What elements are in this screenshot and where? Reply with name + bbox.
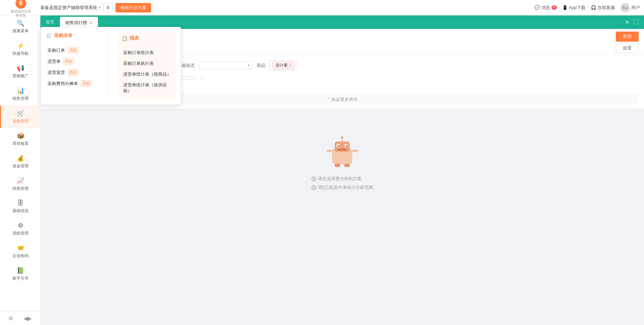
sidebar-label-purchase: 采购管理 <box>12 118 29 124</box>
empty-state: ① 请先选择要分析的方案 ② 用[过滤]条件来缩小分析范围 <box>40 109 644 219</box>
empty-state-text: ① 请先选择要分析的方案 ② 用[过滤]条件来缩小分析范围 <box>311 174 373 192</box>
hint-text-1: 请先选择要分析的方案 <box>318 174 362 183</box>
hint-text-2: 用[过滤]条件来缩小分析范围 <box>318 183 373 192</box>
report-inbound-supplier-label: 进货单统计表（按供应商） <box>123 82 172 94</box>
sidebar-collapse-icon[interactable]: ◀▶ <box>24 315 32 322</box>
industry-solution-button[interactable]: 体验行业方案 <box>115 3 151 12</box>
tab-close-icon[interactable]: ✕ <box>89 21 93 25</box>
user-label: 用户 <box>631 5 640 11</box>
report-section: 📋 报表 采购订单统计表 采购订单执行表 进货单统计表（按商品） 进货单统计表（… <box>119 33 176 99</box>
system-title-area: 装备及固定资产辅助管理系统 ▾ <box>40 5 101 11</box>
dropdown-purchase-expense[interactable]: 采购费用分摊单 历史 <box>46 78 97 89</box>
avatar-initials: Ea <box>623 5 628 10</box>
dropdown-divider <box>108 33 108 99</box>
sidebar-item-operations[interactable]: 📈 经营管理 <box>0 173 40 196</box>
online-service-label: 在线客服 <box>598 5 615 11</box>
purchase-expense-label: 采购费用分摊单 <box>47 81 78 87</box>
dropdown-report-inbound-goods[interactable]: 进货单统计表（按商品） <box>122 69 173 80</box>
svg-rect-11 <box>335 164 340 167</box>
goods-filter-label: 商品 <box>257 63 265 69</box>
sidebar-settings-icon[interactable]: ⚙ <box>8 315 13 322</box>
avatar: Ea <box>620 3 630 12</box>
sidebar-item-marketing[interactable]: 📢 营销推广 <box>0 60 40 83</box>
report-title-text: 报表 <box>130 35 139 41</box>
messages-label: 消息 <box>541 5 550 11</box>
report-inbound-goods-label: 进货单统计表（按商品） <box>123 71 171 77</box>
svg-point-4 <box>338 145 339 147</box>
brand-edition: 标准版 <box>11 13 31 17</box>
user-menu-button[interactable]: Ea 用户 <box>620 3 640 12</box>
purchase-section: 🛒 采购业务 采购订单 历史 进货单 历史 进货退货 历史 采购费用分摊单 <box>46 33 97 99</box>
query-button[interactable]: 查询 <box>616 32 639 42</box>
purchase-title-text: 采购业务 <box>54 33 73 39</box>
purchase-icon: 🛒 <box>17 110 24 117</box>
guide-icon: 📗 <box>17 267 24 274</box>
topbar: 6 畅捷通好生意 标准版 装备及固定资产辅助管理系统 ▾ ⚙ 体验行业方案 💬 … <box>0 0 644 15</box>
dropdown-purchase-inbound[interactable]: 进货单 历史 <box>46 56 97 67</box>
sidebar-item-inventory[interactable]: 📦 库存核算 <box>0 128 40 151</box>
purchase-return-label: 进货退货 <box>47 70 65 76</box>
cooperation-icon: 🤝 <box>17 244 24 252</box>
sidebar-item-guide[interactable]: 📗 新手引导 <box>0 263 40 285</box>
dropdown-purchase-order[interactable]: 采购订单 历史 <box>46 45 97 56</box>
messages-button[interactable]: 💬 消息 6 <box>535 5 557 11</box>
sales-icon: 📊 <box>17 87 24 94</box>
message-icon: 💬 <box>535 5 540 10</box>
hint-num-1: ① <box>311 176 317 181</box>
report-title-icon: 📋 <box>122 36 128 41</box>
svg-rect-12 <box>344 164 350 167</box>
report-order-exec-label: 采购订单执行表 <box>123 60 154 67</box>
sidebar-item-cooperation[interactable]: 🤝 企业协同 <box>0 240 40 263</box>
goods-tag-close-icon[interactable]: × <box>289 63 291 68</box>
purchase-order-history-badge: 历史 <box>68 47 78 53</box>
salesperson-more-dots[interactable]: ··· <box>200 76 204 81</box>
svg-point-8 <box>341 136 343 138</box>
dropdown-report-order-exec[interactable]: 采购订单执行表 <box>122 58 173 69</box>
goods-more-dots[interactable]: ··· <box>301 63 305 68</box>
brand-name: 畅捷通好生意 <box>11 9 31 13</box>
goods-tag-text: 设计素 <box>276 63 288 68</box>
logo-area: 6 畅捷通好生意 标准版 <box>4 0 38 17</box>
basic-info-icon: 🗄 <box>17 200 24 207</box>
purchase-section-title: 🛒 采购业务 <box>46 33 97 41</box>
purchase-expense-history-badge: 历史 <box>81 80 92 87</box>
sidebar-label-guide: 新手引导 <box>12 276 29 281</box>
sidebar-label-marketing: 营销推广 <box>12 73 29 79</box>
voucher-status-select[interactable]: ▾ <box>199 62 253 69</box>
sidebar-label-system: 系统管理 <box>12 231 29 236</box>
empty-robot-svg <box>325 135 359 169</box>
dropdown-purchase-return[interactable]: 进货退货 历史 <box>46 67 97 78</box>
sidebar-label-basic-info: 基础信息 <box>12 208 29 214</box>
logo-icon: 6 <box>15 0 26 9</box>
main-layout: 🔍 搜索菜单 ⚡ 快捷导航 📢 营销推广 📊 销售管理 🛒 采购管理 📦 库存核… <box>0 15 644 325</box>
inventory-icon: 📦 <box>17 132 24 139</box>
hint-num-2: ② <box>311 185 317 190</box>
search-icon: 🔍 <box>17 19 24 27</box>
svg-rect-6 <box>337 149 347 150</box>
sidebar-item-sales[interactable]: 📊 销售管理 <box>0 83 40 106</box>
system-icon: ⚙ <box>18 222 23 229</box>
sidebar-item-search[interactable]: 🔍 搜索菜单 <box>0 15 40 38</box>
sidebar-item-basic-info[interactable]: 🗄 基础信息 <box>0 196 40 218</box>
dropdown-report-order-stat[interactable]: 采购订单统计表 <box>122 47 173 58</box>
sidebar-item-system[interactable]: ⚙ 系统管理 <box>0 218 40 240</box>
svg-point-5 <box>346 145 348 147</box>
query-btn-group: 查询 设置 <box>616 32 639 53</box>
sidebar-item-quicknav[interactable]: ⚡ 快捷导航 <box>0 38 40 60</box>
online-service-button[interactable]: 🎧 在线客服 <box>591 5 615 11</box>
sidebar-item-purchase[interactable]: 🛒 采购管理 <box>0 106 40 128</box>
purchase-inbound-history-badge: 历史 <box>63 58 74 65</box>
title-chevron-icon[interactable]: ▾ <box>99 5 101 10</box>
tab-close-all-icon[interactable]: ✕ <box>623 18 631 27</box>
settings-button[interactable]: 设置 <box>616 43 639 53</box>
app-download-button[interactable]: 📱 App下载 <box>562 5 585 11</box>
purchase-return-history-badge: 历史 <box>68 69 78 76</box>
sidebar-label-search: 搜索菜单 <box>12 28 29 34</box>
report-order-stat-label: 采购订单统计表 <box>123 50 154 56</box>
settings-gear-button[interactable]: ⚙ <box>103 3 113 12</box>
dropdown-report-inbound-supplier[interactable]: 进货单统计表（按供应商） <box>122 80 173 96</box>
sidebar-item-finance[interactable]: 💰 资金管理 <box>0 151 40 173</box>
goods-tag: 设计素 × <box>273 62 294 69</box>
headset-icon: 🎧 <box>591 5 596 10</box>
tab-expand-icon[interactable]: ⛶ <box>632 18 640 27</box>
